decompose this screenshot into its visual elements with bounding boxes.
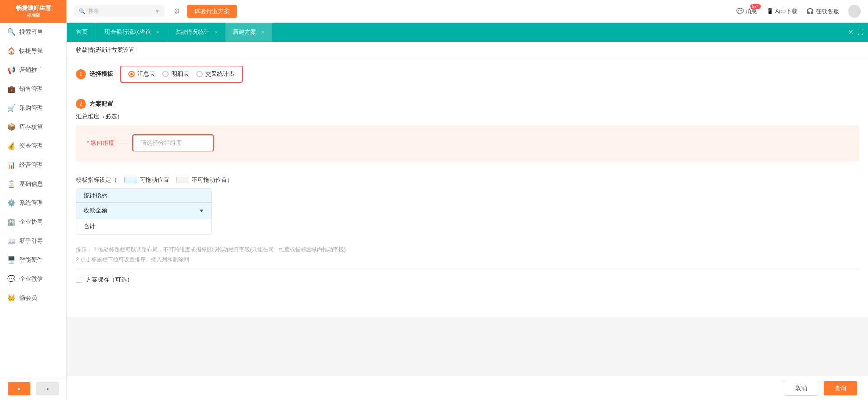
home-tab-label: 首页 (76, 28, 88, 36)
topbar: 🔍 搜索 ▼ ⚙ 体验行业方案 💬 消息 99+ 📱 App下载 🎧 在线客服 (67, 0, 868, 23)
sidebar-item-quicknav[interactable]: 🏠 快捷导航 (0, 42, 66, 61)
sidebar-item-label: 畅会员 (19, 294, 37, 302)
radio-cross-label: 交叉统计表 (205, 70, 235, 78)
sidebar-item-settings[interactable]: ⚙️ 系统管理 (0, 193, 66, 212)
purchase-icon: 🛒 (7, 104, 16, 112)
sidebar-item-label: 新手引导 (19, 237, 43, 245)
topbar-search[interactable]: 🔍 搜索 ▼ (74, 5, 165, 17)
service-icon: 🎧 (807, 8, 814, 14)
sidebar-item-weixin[interactable]: 💬 企业微信 (0, 269, 66, 288)
sidebar-item-inventory[interactable]: 📦 库存核算 (0, 118, 66, 136)
radio-summary[interactable]: 汇总表 (128, 70, 155, 78)
sidebar-item-collab[interactable]: 🏢 企业协同 (0, 212, 66, 231)
newplan-tab-close[interactable]: ✕ (261, 30, 264, 35)
sidebar-item-search[interactable]: 🔍 搜索菜单 (0, 23, 66, 42)
management-icon: 📊 (7, 161, 16, 169)
tab-expand-icon[interactable]: ⛶ (857, 28, 863, 36)
receipts-tab-label: 收款情况统计 (175, 28, 210, 36)
sidebar-item-guide[interactable]: 📖 新手引导 (0, 231, 66, 250)
step1-badge: 1 (76, 69, 86, 79)
search-expand-icon: ▼ (155, 8, 160, 14)
cancel-button[interactable]: 取消 (784, 381, 818, 396)
query-button[interactable]: 查询 (824, 381, 857, 395)
sidebar-bottom-btn2[interactable]: ● (36, 382, 59, 395)
metrics-subtotal-row: 合计 (76, 218, 211, 234)
tab-receipts[interactable]: 收款情况统计 ✕ (167, 23, 226, 42)
metrics-title: 模板指标设定（ (76, 176, 117, 184)
finance-icon: 💰 (7, 142, 16, 150)
tab-newplan[interactable]: 新建方案 ✕ (226, 23, 272, 42)
sidebar-item-label: 销售管理 (19, 85, 43, 93)
notif-badge: 99+ (750, 4, 761, 9)
save-checkbox[interactable] (76, 277, 82, 283)
dim-select[interactable]: 请选择分组维度 (132, 134, 214, 151)
sidebar: 畅捷通好生意 标准版 🔍 搜索菜单 🏠 快捷导航 📢 营销推广 💼 销售管理 🛒… (0, 0, 67, 400)
content-area: 收款情况统计方案设置 1 选择模板 汇总表 (67, 42, 868, 400)
hardware-icon: 🖥️ (7, 256, 16, 264)
sidebar-item-label: 营销推广 (19, 66, 43, 74)
search-icon: 🔍 (7, 28, 16, 36)
gear-icon[interactable]: ⚙ (174, 7, 180, 15)
sales-icon: 💼 (7, 85, 16, 93)
radio-detail-circle (162, 71, 169, 77)
metrics-table: 统计指标 收款金额 ▼ 合计 (76, 188, 212, 235)
sidebar-item-label: 企业协同 (19, 218, 43, 226)
sidebar-bottom: ● ● (0, 377, 66, 400)
sidebar-item-label: 智能硬件 (19, 256, 43, 264)
app-download-label: App下载 (775, 7, 797, 15)
page-content: 收款情况统计方案设置 1 选择模板 汇总表 (67, 42, 868, 317)
search-text: 搜索 (88, 7, 99, 15)
tab-close-all-icon[interactable]: ✕ (848, 28, 854, 36)
sidebar-item-label: 采购管理 (19, 104, 43, 112)
sidebar-item-label: 资金管理 (19, 142, 43, 150)
sidebar-item-sales[interactable]: 💼 销售管理 (0, 80, 66, 99)
user-avatar[interactable] (848, 5, 861, 18)
notification-btn[interactable]: 💬 消息 99+ (736, 7, 757, 15)
member-icon: 👑 (7, 294, 16, 302)
sidebar-menu: 🔍 搜索菜单 🏠 快捷导航 📢 营销推广 💼 销售管理 🛒 采购管理 📦 库存核… (0, 23, 66, 377)
tab-home[interactable]: 首页 (67, 23, 97, 42)
topbar-right: 💬 消息 99+ 📱 App下载 🎧 在线客服 (736, 5, 861, 18)
sidebar-item-finance[interactable]: 💰 资金管理 (0, 136, 66, 155)
collab-icon: 🏢 (7, 218, 16, 226)
radio-summary-label: 汇总表 (137, 70, 155, 78)
tip-line2: 2.点击标题栏下拉可设置排序、插入列和删除列 (76, 255, 859, 265)
online-service-label: 在线客服 (816, 7, 839, 15)
tips-section: 提示： 1.拖动标题栏可以调整布局，不可跨维度或指标区域拖动栏目字段(只能在同一… (67, 240, 868, 269)
dimension-config: 汇总维度（必选） * 纵向维度 — 请选择分组维度 (67, 113, 868, 176)
receipts-tab-close[interactable]: ✕ (214, 30, 218, 35)
sidebar-item-label: 搜索菜单 (19, 28, 43, 36)
sidebar-item-label: 系统管理 (19, 199, 43, 207)
sidebar-item-baseinfo[interactable]: 📋 基础信息 (0, 174, 66, 193)
step2-badge: 2 (76, 99, 86, 109)
trial-button[interactable]: 体验行业方案 (187, 5, 237, 18)
sidebar-item-label: 经营管理 (19, 161, 43, 169)
metrics-dropdown-icon[interactable]: ▼ (199, 208, 204, 213)
sidebar-item-management[interactable]: 📊 经营管理 (0, 155, 66, 174)
sidebar-bottom-btn1[interactable]: ● (8, 382, 30, 395)
metrics-config: 模板指标设定（ 可拖动位置 不可拖动位置） 统计指标 收款金额 ▼ (67, 176, 868, 240)
marketing-icon: 📢 (7, 66, 16, 74)
radio-cross[interactable]: 交叉统计表 (196, 70, 235, 78)
cashflow-tab-close[interactable]: ✕ (156, 30, 160, 35)
step2-title-row: 2 方案配置 (67, 94, 868, 113)
weixin-icon: 💬 (7, 275, 16, 283)
no-drag-legend: 不可拖动位置） (176, 176, 233, 184)
sidebar-item-marketing[interactable]: 📢 营销推广 (0, 61, 66, 80)
metrics-header: 模板指标设定（ 可拖动位置 不可拖动位置） (76, 176, 859, 184)
radio-detail[interactable]: 明细表 (162, 70, 189, 78)
online-service-btn[interactable]: 🎧 在线客服 (807, 7, 839, 15)
guide-icon: 📖 (7, 237, 16, 245)
app-download-btn[interactable]: 📱 App下载 (766, 7, 797, 15)
save-option: 方案保存（可选） (67, 269, 868, 290)
metrics-subtotal-label: 合计 (84, 223, 95, 230)
step1-section: 1 选择模板 汇总表 明细表 (67, 58, 868, 94)
sidebar-item-label: 库存核算 (19, 123, 43, 131)
sidebar-item-purchase[interactable]: 🛒 采购管理 (0, 99, 66, 118)
metrics-table-header: 统计指标 (76, 189, 211, 203)
sidebar-item-hardware[interactable]: 🖥️ 智能硬件 (0, 250, 66, 269)
tab-cashflow[interactable]: 现金银行流水查询 ✕ (97, 23, 167, 42)
sidebar-item-member[interactable]: 👑 畅会员 (0, 288, 66, 307)
tip-line1: 提示： 1.拖动标题栏可以调整布局，不可跨维度或指标区域拖动栏目字段(只能在同一… (76, 245, 859, 255)
metrics-column-cell[interactable]: 收款金额 ▼ (76, 203, 211, 218)
